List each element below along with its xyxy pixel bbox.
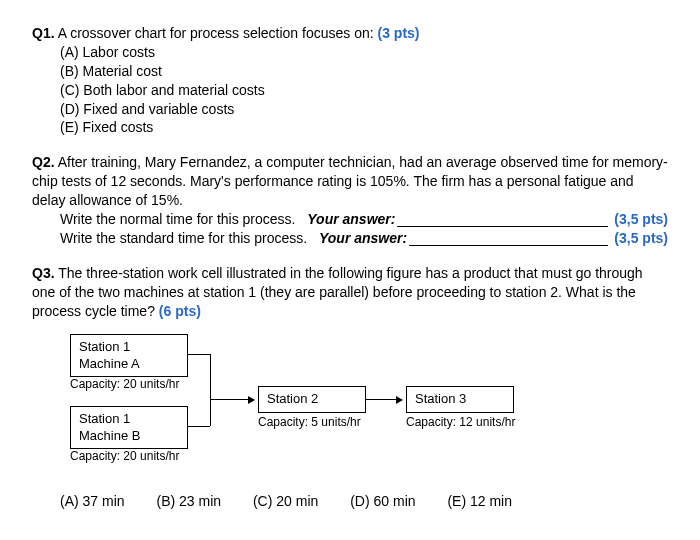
q2-answer-row-1: Write the normal time for this process. … bbox=[60, 210, 668, 229]
answer-blank-1 bbox=[397, 214, 608, 227]
question-1: Q1. A crossover chart for process select… bbox=[32, 24, 668, 137]
s3-title: Station 3 bbox=[415, 391, 505, 407]
your-answer-label-1: Your answer: bbox=[307, 210, 395, 229]
arrow-to-station3 bbox=[366, 399, 402, 400]
s1b-caption: Capacity: 20 units/hr bbox=[70, 448, 179, 464]
q3-stem: The three-station work cell illustrated … bbox=[32, 265, 643, 319]
q3-option-b: (B) 23 min bbox=[156, 493, 221, 509]
q2-body: Write the normal time for this process. … bbox=[60, 210, 668, 248]
q2-heading: Q2. After training, Mary Fernandez, a co… bbox=[32, 153, 668, 210]
q1-points: (3 pts) bbox=[378, 25, 420, 41]
q1-heading: Q1. A crossover chart for process select… bbox=[32, 24, 668, 43]
s3-caption: Capacity: 12 units/hr bbox=[406, 414, 515, 430]
answer-blank-2 bbox=[409, 233, 608, 246]
s1a-sub: Machine A bbox=[79, 356, 179, 372]
q3-heading: Q3. The three-station work cell illustra… bbox=[32, 264, 668, 321]
q1-number: Q1. bbox=[32, 25, 55, 41]
q3-diagram: Station 1 Machine A Capacity: 20 units/h… bbox=[60, 334, 620, 484]
question-3: Q3. The three-station work cell illustra… bbox=[32, 264, 668, 512]
q3-option-d: (D) 60 min bbox=[350, 493, 415, 509]
s1a-caption: Capacity: 20 units/hr bbox=[70, 376, 179, 392]
q2-prompt-1: Write the normal time for this process. bbox=[60, 210, 295, 229]
q2-prompt-2: Write the standard time for this process… bbox=[60, 229, 307, 248]
node-station1-machine-a: Station 1 Machine A bbox=[70, 334, 188, 377]
node-station1-machine-b: Station 1 Machine B bbox=[70, 406, 188, 449]
q1-option-e: (E) Fixed costs bbox=[60, 118, 668, 137]
question-2: Q2. After training, Mary Fernandez, a co… bbox=[32, 153, 668, 247]
s1a-title: Station 1 bbox=[79, 339, 179, 355]
s2-caption: Capacity: 5 units/hr bbox=[258, 414, 361, 430]
q1-option-b: (B) Material cost bbox=[60, 62, 668, 81]
q3-option-e: (E) 12 min bbox=[447, 493, 512, 509]
s1b-sub: Machine B bbox=[79, 428, 179, 444]
your-answer-label-2: Your answer: bbox=[319, 229, 407, 248]
q2-number: Q2. bbox=[32, 154, 55, 170]
q1-option-a: (A) Labor costs bbox=[60, 43, 668, 62]
node-station3: Station 3 bbox=[406, 386, 514, 412]
arrow-to-station2 bbox=[210, 399, 254, 400]
node-station2: Station 2 bbox=[258, 386, 366, 412]
q2-stem: After training, Mary Fernandez, a comput… bbox=[32, 154, 668, 208]
q3-options: (A) 37 min (B) 23 min (C) 20 min (D) 60 … bbox=[60, 492, 668, 511]
q3-option-c: (C) 20 min bbox=[253, 493, 318, 509]
q3-number: Q3. bbox=[32, 265, 55, 281]
q1-option-c: (C) Both labor and material costs bbox=[60, 81, 668, 100]
s2-title: Station 2 bbox=[267, 391, 357, 407]
q2-answer-row-2: Write the standard time for this process… bbox=[60, 229, 668, 248]
connector-stub-b bbox=[188, 426, 210, 427]
connector-stub-a bbox=[188, 354, 210, 355]
q3-option-a: (A) 37 min bbox=[60, 493, 125, 509]
connector-merge-vertical bbox=[210, 354, 211, 426]
q1-option-d: (D) Fixed and variable costs bbox=[60, 100, 668, 119]
s1b-title: Station 1 bbox=[79, 411, 179, 427]
q2-points-2: (3,5 pts) bbox=[614, 229, 668, 248]
q1-options: (A) Labor costs (B) Material cost (C) Bo… bbox=[60, 43, 668, 137]
q3-points: (6 pts) bbox=[159, 303, 201, 319]
q2-points-1: (3,5 pts) bbox=[614, 210, 668, 229]
q1-stem: A crossover chart for process selection … bbox=[58, 25, 374, 41]
